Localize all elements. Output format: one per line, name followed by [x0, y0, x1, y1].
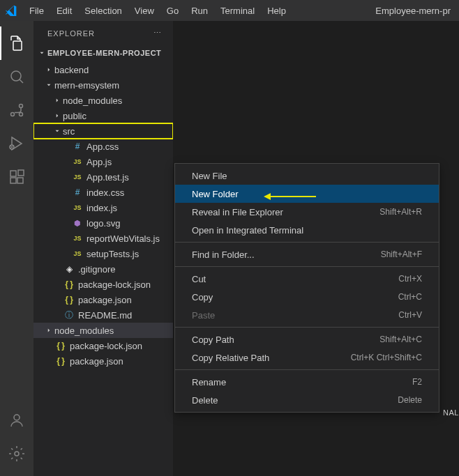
menu-view[interactable]: View — [129, 3, 160, 19]
context-menu-copy[interactable]: CopyCtrl+C — [175, 288, 439, 306]
file-icon: # — [71, 141, 84, 151]
tree-item-package-lock-json[interactable]: { }package-lock.json — [33, 338, 173, 353]
context-menu-label: New Folder — [192, 189, 238, 199]
tree-item-public[interactable]: public — [33, 108, 173, 123]
chevron-icon — [52, 112, 63, 119]
context-menu-copy-path[interactable]: Copy PathShift+Alt+C — [175, 330, 439, 348]
activity-bottom — [0, 404, 33, 470]
source-control-activity-icon[interactable] — [0, 93, 33, 127]
context-menu-cut[interactable]: CutCtrl+X — [175, 270, 439, 288]
context-menu-shortcut: Ctrl+C — [398, 292, 422, 302]
svg-point-10 — [14, 415, 20, 420]
context-menu-separator — [175, 266, 439, 267]
tree-item-index-css[interactable]: #index.css — [33, 185, 173, 200]
chevron-icon — [43, 66, 54, 73]
chevron-icon — [43, 327, 54, 334]
menu-selection[interactable]: Selection — [79, 3, 127, 19]
context-menu-find-in-folder-[interactable]: Find in Folder...Shift+Alt+F — [175, 245, 439, 263]
tree-item-backend[interactable]: backend — [33, 62, 173, 77]
menu-file[interactable]: File — [24, 3, 50, 19]
context-menu-label: New File — [192, 171, 227, 181]
tree-item-app-test-js[interactable]: JSApp.test.js — [33, 169, 173, 185]
chevron-icon — [52, 128, 63, 135]
sidebar-header: EXPLORER ⋯ — [33, 21, 173, 45]
menu-terminal[interactable]: Terminal — [215, 3, 260, 19]
tree-item-label: reportWebVitals.js — [86, 233, 160, 244]
search-activity-icon[interactable] — [0, 60, 33, 93]
tree-item-label: package.json — [78, 295, 132, 305]
tree-item-label: package.json — [70, 356, 123, 367]
tree-item-label: index.css — [86, 187, 124, 198]
file-icon: { } — [54, 341, 67, 351]
file-icon: JS — [71, 204, 84, 211]
project-header[interactable]: EMPLOYEE-MERN-PROJECT — [33, 45, 173, 61]
svg-point-11 — [15, 452, 19, 456]
vscode-logo-icon — [6, 5, 17, 16]
tree-item-node-modules[interactable]: node_modules — [33, 93, 173, 108]
tree-item-index-js[interactable]: JSindex.js — [33, 200, 173, 215]
chevron-icon — [43, 82, 54, 89]
tree-item-label: README.md — [78, 310, 132, 321]
context-menu-shortcut: Delete — [398, 395, 422, 405]
context-menu-paste: PasteCtrl+V — [175, 306, 439, 324]
context-menu-shortcut: Shift+Alt+C — [379, 335, 422, 344]
tree-item--gitignore[interactable]: ◈.gitignore — [33, 261, 173, 277]
extensions-activity-icon[interactable] — [0, 160, 33, 194]
tree-item-node-modules[interactable]: node_modules — [33, 323, 173, 338]
file-icon: { } — [63, 295, 75, 305]
tree-item-label: setupTests.js — [86, 249, 139, 259]
tree-item-label: public — [63, 111, 86, 121]
tree-item-mern-emsystem[interactable]: mern-emsystem — [33, 77, 173, 93]
context-menu-delete[interactable]: DeleteDelete — [175, 391, 439, 409]
tree-item-label: mern-emsystem — [54, 80, 119, 91]
svg-rect-8 — [17, 178, 23, 183]
context-menu-rename[interactable]: RenameF2 — [175, 373, 439, 391]
tree-item-app-css[interactable]: #App.css — [33, 139, 173, 154]
tree-item-setuptests-js[interactable]: JSsetupTests.js — [33, 246, 173, 261]
context-menu-shortcut: Ctrl+X — [398, 274, 422, 284]
svg-rect-0 — [13, 41, 22, 50]
tree-item-readme-md[interactable]: ⓘREADME.md — [33, 307, 173, 323]
svg-rect-6 — [10, 171, 16, 176]
tree-item-package-json[interactable]: { }package.json — [33, 292, 173, 307]
context-menu-label: Reveal in File Explorer — [192, 207, 283, 217]
accounts-activity-icon[interactable] — [0, 404, 33, 437]
context-menu-label: Copy Relative Path — [192, 353, 269, 363]
context-menu-separator — [175, 327, 439, 328]
tree-item-logo-svg[interactable]: ⬢logo.svg — [33, 215, 173, 231]
file-icon: # — [71, 187, 84, 197]
tree-item-label: package-lock.json — [78, 279, 151, 290]
menu-edit[interactable]: Edit — [51, 3, 77, 19]
context-menu-label: Rename — [192, 377, 226, 387]
menu-help[interactable]: Help — [262, 3, 292, 19]
tree-item-package-json[interactable]: { }package.json — [33, 353, 173, 369]
context-menu-new-file[interactable]: New File — [175, 167, 439, 185]
context-menu-open-in-integrated-terminal[interactable]: Open in Integrated Terminal — [175, 221, 439, 239]
file-icon: JS — [71, 235, 84, 242]
tree-item-label: App.test.js — [86, 172, 129, 183]
menu-run[interactable]: Run — [186, 3, 213, 19]
tree-item-app-js[interactable]: JSApp.js — [33, 154, 173, 169]
tree-item-reportwebvitals-js[interactable]: JSreportWebVitals.js — [33, 231, 173, 246]
file-icon: ⓘ — [63, 309, 75, 321]
chevron-icon — [52, 97, 63, 104]
context-menu-label: Copy Path — [192, 335, 234, 345]
tree-item-src[interactable]: src — [33, 123, 173, 139]
menu-go[interactable]: Go — [161, 3, 184, 19]
file-icon: JS — [71, 158, 84, 165]
tree-item-package-lock-json[interactable]: { }package-lock.json — [33, 277, 173, 292]
menu-bar: FileEditSelectionViewGoRunTerminalHelp — [24, 3, 292, 19]
context-menu-label: Cut — [192, 274, 206, 284]
explorer-activity-icon[interactable] — [0, 26, 33, 60]
run-debug-activity-icon[interactable] — [0, 127, 33, 160]
svg-point-2 — [20, 105, 23, 108]
context-menu-reveal-in-file-explorer[interactable]: Reveal in File ExplorerShift+Alt+R — [175, 203, 439, 221]
sidebar-more-icon[interactable]: ⋯ — [153, 29, 162, 38]
file-icon: JS — [71, 250, 84, 257]
file-icon: { } — [54, 356, 67, 366]
context-menu-label: Delete — [192, 395, 218, 406]
context-menu-copy-relative-path[interactable]: Copy Relative PathCtrl+K Ctrl+Shift+C — [175, 348, 439, 367]
context-menu-new-folder[interactable]: New Folder — [175, 185, 439, 203]
settings-activity-icon[interactable] — [0, 437, 33, 470]
svg-rect-7 — [10, 178, 16, 183]
